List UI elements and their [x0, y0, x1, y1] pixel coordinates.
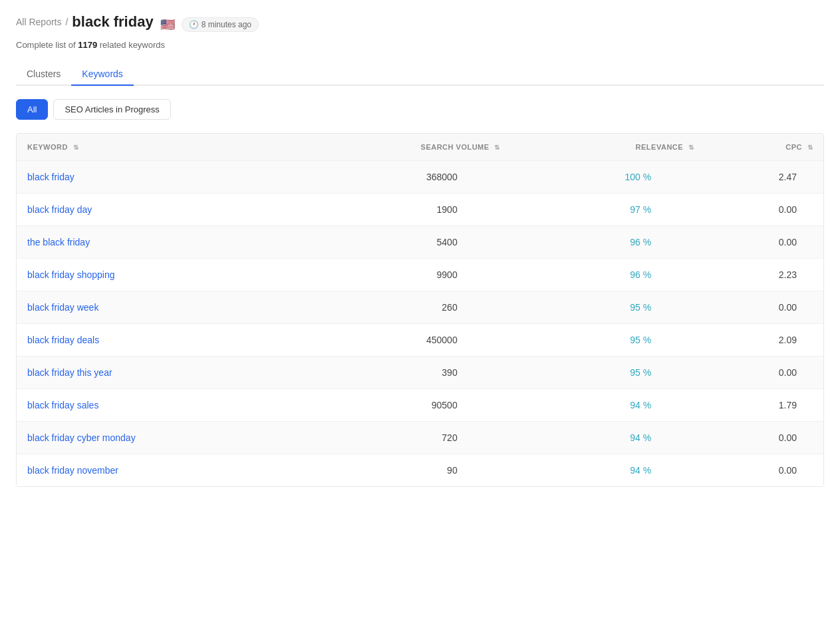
- volume-cell: 450000: [295, 324, 511, 357]
- col-header-relevance[interactable]: RELEVANCE ⇅: [511, 134, 704, 161]
- relevance-cell: 97 %: [511, 194, 704, 226]
- relevance-cell: 94 %: [511, 389, 704, 422]
- keyword-count: 1179: [78, 40, 97, 50]
- keyword-cell: black friday shopping: [17, 259, 295, 291]
- keyword-link[interactable]: black friday shopping: [27, 269, 115, 280]
- sort-icon-keyword: ⇅: [73, 144, 79, 151]
- subtitle: Complete list of 1179 related keywords: [16, 40, 824, 50]
- cpc-cell: 2.47: [704, 161, 823, 194]
- relevance-cell: 96 %: [511, 259, 704, 291]
- relevance-cell: 95 %: [511, 357, 704, 389]
- volume-cell: 260: [295, 291, 511, 324]
- table-body: black friday368000100 %2.47black friday …: [17, 161, 823, 487]
- col-header-cpc[interactable]: CPC ⇅: [704, 134, 823, 161]
- keyword-cell: the black friday: [17, 226, 295, 259]
- col-header-search-volume[interactable]: SEARCH VOLUME ⇅: [295, 134, 511, 161]
- table-row: the black friday540096 %0.00: [17, 226, 823, 259]
- table-row: black friday shopping990096 %2.23: [17, 259, 823, 291]
- breadcrumb: All Reports / black friday: [16, 13, 154, 31]
- filter-seo-articles-button[interactable]: SEO Articles in Progress: [53, 99, 170, 120]
- table-header-row: KEYWORD ⇅ SEARCH VOLUME ⇅ RELEVANCE ⇅ CP…: [17, 134, 823, 161]
- keyword-cell: black friday day: [17, 194, 295, 226]
- keyword-link[interactable]: black friday cyber monday: [27, 432, 136, 443]
- keyword-cell: black friday cyber monday: [17, 422, 295, 454]
- filter-bar: All SEO Articles in Progress: [16, 99, 824, 120]
- keyword-link[interactable]: black friday deals: [27, 335, 99, 345]
- keyword-link[interactable]: the black friday: [27, 237, 90, 247]
- col-header-keyword[interactable]: KEYWORD ⇅: [17, 134, 295, 161]
- breadcrumb-separator: /: [65, 17, 68, 27]
- cpc-cell: 0.00: [704, 194, 823, 226]
- keyword-link[interactable]: black friday november: [27, 465, 118, 476]
- keywords-table: KEYWORD ⇅ SEARCH VOLUME ⇅ RELEVANCE ⇅ CP…: [17, 134, 823, 486]
- cpc-cell: 0.00: [704, 226, 823, 259]
- table-row: black friday november9094 %0.00: [17, 454, 823, 487]
- country-flag-icon: 🇺🇸: [160, 17, 175, 32]
- table-row: black friday368000100 %2.47: [17, 161, 823, 194]
- cpc-cell: 1.79: [704, 389, 823, 422]
- volume-cell: 720: [295, 422, 511, 454]
- table-row: black friday week26095 %0.00: [17, 291, 823, 324]
- subtitle-suffix: related keywords: [100, 40, 165, 50]
- keyword-link[interactable]: black friday: [27, 172, 74, 182]
- cpc-cell: 0.00: [704, 357, 823, 389]
- keyword-cell: black friday: [17, 161, 295, 194]
- sort-icon-relevance: ⇅: [688, 144, 694, 151]
- cpc-cell: 0.00: [704, 291, 823, 324]
- keyword-cell: black friday week: [17, 291, 295, 324]
- table-row: black friday this year39095 %0.00: [17, 357, 823, 389]
- clock-icon: 🕐: [189, 20, 199, 29]
- keyword-cell: black friday november: [17, 454, 295, 487]
- cpc-cell: 0.00: [704, 454, 823, 487]
- keyword-link[interactable]: black friday this year: [27, 367, 112, 378]
- volume-cell: 90500: [295, 389, 511, 422]
- relevance-cell: 94 %: [511, 422, 704, 454]
- table-row: black friday deals45000095 %2.09: [17, 324, 823, 357]
- keyword-cell: black friday this year: [17, 357, 295, 389]
- tabs-bar: Clusters Keywords: [16, 63, 824, 86]
- volume-cell: 90: [295, 454, 511, 487]
- volume-cell: 9900: [295, 259, 511, 291]
- volume-cell: 390: [295, 357, 511, 389]
- keyword-link[interactable]: black friday week: [27, 302, 98, 313]
- tab-clusters[interactable]: Clusters: [16, 63, 71, 86]
- tab-keywords[interactable]: Keywords: [71, 63, 133, 86]
- filter-all-button[interactable]: All: [16, 99, 48, 120]
- relevance-cell: 95 %: [511, 291, 704, 324]
- timestamp-badge: 🕐 8 minutes ago: [182, 17, 259, 32]
- keyword-cell: black friday deals: [17, 324, 295, 357]
- table-row: black friday cyber monday72094 %0.00: [17, 422, 823, 454]
- sort-icon-volume: ⇅: [494, 144, 500, 151]
- table-row: black friday sales9050094 %1.79: [17, 389, 823, 422]
- volume-cell: 5400: [295, 226, 511, 259]
- keyword-link[interactable]: black friday day: [27, 204, 92, 215]
- relevance-cell: 96 %: [511, 226, 704, 259]
- table-row: black friday day190097 %0.00: [17, 194, 823, 226]
- relevance-cell: 94 %: [511, 454, 704, 487]
- cpc-cell: 2.09: [704, 324, 823, 357]
- keywords-table-container: KEYWORD ⇅ SEARCH VOLUME ⇅ RELEVANCE ⇅ CP…: [16, 133, 824, 487]
- all-reports-link[interactable]: All Reports: [16, 17, 61, 27]
- volume-cell: 1900: [295, 194, 511, 226]
- cpc-cell: 0.00: [704, 422, 823, 454]
- page-container: All Reports / black friday 🇺🇸 🕐 8 minute…: [0, 0, 840, 500]
- page-title: black friday: [72, 13, 153, 31]
- keyword-link[interactable]: black friday sales: [27, 400, 98, 410]
- cpc-cell: 2.23: [704, 259, 823, 291]
- timestamp-label: 8 minutes ago: [202, 20, 251, 29]
- relevance-cell: 95 %: [511, 324, 704, 357]
- keyword-cell: black friday sales: [17, 389, 295, 422]
- sort-icon-cpc: ⇅: [807, 144, 813, 151]
- volume-cell: 368000: [295, 161, 511, 194]
- subtitle-prefix: Complete list of: [16, 40, 76, 50]
- relevance-cell: 100 %: [511, 161, 704, 194]
